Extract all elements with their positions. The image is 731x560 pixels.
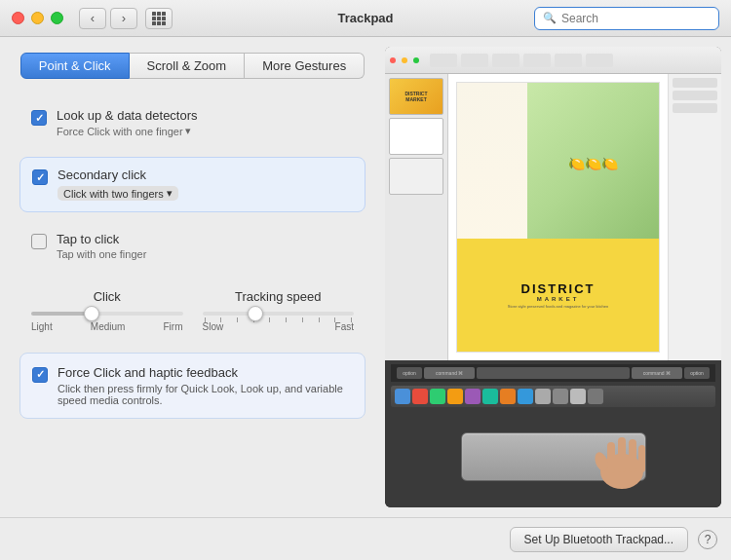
- tap-to-click-setting: Tap to click Tap with one finger: [19, 222, 366, 270]
- keynote-slide-main: 🍋🍋🍋 DISTRICT MARKET Store style preserve…: [448, 74, 668, 360]
- click-slider-group: Click Light Medium Firm: [31, 289, 183, 332]
- tracking-slider-thumb[interactable]: [248, 306, 263, 321]
- secondary-click-dropdown[interactable]: Click with two fingers ▾: [58, 186, 178, 201]
- format-control: [673, 78, 717, 88]
- tick-marks: [203, 317, 355, 322]
- keynote-close-dot: [390, 57, 396, 63]
- keynote-min-dot: [402, 57, 407, 63]
- tap-to-click-text: Tap to click Tap with one finger: [57, 232, 354, 260]
- tracking-label-slow: Slow: [203, 321, 224, 332]
- keynote-right-panel: [668, 74, 721, 360]
- lookup-subtitle: Force Click with one finger ▾: [57, 125, 354, 137]
- maximize-button[interactable]: [51, 12, 63, 24]
- click-slider-track: [31, 312, 183, 316]
- tracking-slider-track: [203, 312, 355, 316]
- svg-rect-3: [629, 439, 636, 472]
- preview-image: DISTRICTMARKET 🍋🍋🍋: [385, 47, 721, 507]
- dock-icon-8: [518, 389, 533, 404]
- tap-to-click-subtitle: Tap with one finger: [57, 248, 354, 260]
- secondary-click-checkbox[interactable]: [32, 169, 48, 185]
- keynote-slide-canvas: 🍋🍋🍋 DISTRICT MARKET Store style preserve…: [456, 82, 660, 353]
- key-option-left: option: [397, 367, 422, 379]
- sliders-section: Click Light Medium Firm Tracking speed: [19, 280, 366, 337]
- svg-rect-2: [618, 437, 626, 472]
- svg-rect-1: [607, 442, 615, 473]
- bluetooth-setup-button[interactable]: Set Up Bluetooth Trackpad...: [510, 527, 688, 552]
- tab-point-click[interactable]: Point & Click: [20, 53, 130, 79]
- forward-arrow-icon: ›: [122, 11, 126, 25]
- keynote-fruit-image: 🍋🍋🍋: [527, 83, 659, 243]
- titlebar: ‹ › Trackpad 🔍: [0, 0, 731, 37]
- keynote-content: DISTRICTMARKET 🍋🍋🍋: [385, 74, 721, 360]
- keynote-max-dot: [413, 57, 419, 63]
- grid-icon: [152, 12, 166, 25]
- tick: [351, 317, 352, 322]
- tab-scroll-zoom[interactable]: Scroll & Zoom: [130, 53, 246, 79]
- keynote-thumb-1: DISTRICTMARKET: [389, 78, 443, 115]
- lookup-title: Look up & data detectors: [57, 108, 354, 123]
- keynote-thumb-3: [389, 158, 443, 195]
- trackpad-area: [461, 411, 646, 504]
- force-click-checkbox[interactable]: [32, 367, 48, 383]
- dock-icon-3: [430, 389, 445, 404]
- key-command-left: command ⌘: [424, 367, 475, 379]
- dock-icon-7: [500, 389, 516, 404]
- dock-icon-2: [412, 389, 428, 404]
- hand-icon: [588, 428, 656, 491]
- keynote-toolbar-items: [430, 54, 716, 67]
- format-control: [673, 91, 717, 100]
- force-click-title: Force Click and haptic feedback: [58, 365, 353, 380]
- tracking-slider-group: Tracking speed: [203, 289, 355, 332]
- dock-icon-9: [535, 389, 551, 404]
- tracking-slider-label: Tracking speed: [235, 289, 321, 304]
- tap-to-click-title: Tap to click: [57, 232, 354, 246]
- search-box[interactable]: 🔍: [534, 7, 719, 30]
- tick: [269, 317, 270, 322]
- fruit-emoji: 🍋🍋🍋: [568, 156, 618, 171]
- grid-view-button[interactable]: [145, 8, 173, 29]
- main-content: Point & Click Scroll & Zoom More Gesture…: [0, 37, 731, 560]
- tick: [286, 317, 287, 322]
- district-subtitle: MARKET: [537, 296, 580, 302]
- right-panel: DISTRICTMARKET 🍋🍋🍋: [385, 37, 731, 560]
- force-click-setting: Force Click and haptic feedback Click th…: [19, 353, 366, 419]
- keynote-preview: DISTRICTMARKET 🍋🍋🍋: [385, 47, 721, 360]
- dock-trackpad-area: option command ⌘ command ⌘ option: [385, 360, 721, 507]
- back-button[interactable]: ‹: [79, 8, 106, 29]
- keynote-btn: [555, 54, 582, 67]
- keynote-btn: [430, 54, 457, 67]
- key-option-right: option: [684, 367, 710, 379]
- close-button[interactable]: [12, 12, 24, 24]
- force-click-text: Force Click and haptic feedback Click th…: [58, 365, 353, 406]
- tick: [334, 317, 335, 322]
- secondary-click-setting: Secondary click Click with two fingers ▾: [19, 157, 366, 212]
- tick: [319, 317, 320, 322]
- tab-bar: Point & Click Scroll & Zoom More Gesture…: [19, 53, 366, 79]
- tap-to-click-checkbox[interactable]: [31, 234, 47, 249]
- keynote-btn: [461, 54, 488, 67]
- forward-button[interactable]: ›: [110, 8, 137, 29]
- click-slider-labels: Light Medium Firm: [31, 321, 183, 332]
- search-input[interactable]: [561, 12, 711, 25]
- district-title: DISTRICT: [521, 281, 596, 296]
- keynote-slide-list: DISTRICTMARKET: [385, 74, 448, 360]
- district-tagline: Store style preserved foods and magazine…: [508, 304, 608, 309]
- click-label-medium: Medium: [91, 321, 126, 332]
- dock-icon-12: [588, 389, 603, 404]
- minimize-button[interactable]: [31, 12, 44, 24]
- keynote-btn: [492, 54, 519, 67]
- keynote-btn: [523, 54, 551, 67]
- click-slider-label: Click: [94, 289, 121, 304]
- tick: [205, 317, 206, 322]
- lookup-setting: Look up & data detectors Force Click wit…: [19, 98, 366, 147]
- lookup-checkbox[interactable]: [31, 110, 47, 126]
- tick: [302, 317, 303, 322]
- force-click-subtitle: Click then press firmly for Quick Look, …: [58, 383, 353, 406]
- click-label-firm: Firm: [163, 321, 182, 332]
- help-button[interactable]: ?: [698, 530, 717, 549]
- tab-more-gestures[interactable]: More Gestures: [245, 53, 365, 79]
- click-slider-thumb[interactable]: [84, 306, 99, 321]
- format-control: [673, 103, 717, 113]
- traffic-lights: [12, 12, 63, 24]
- dock-icon-10: [553, 389, 568, 404]
